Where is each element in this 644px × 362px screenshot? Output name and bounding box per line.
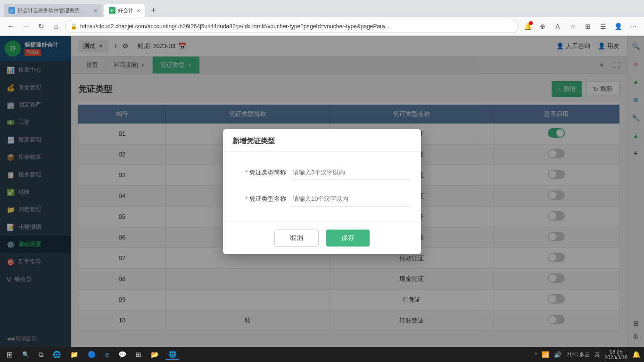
name-input[interactable]	[291, 191, 410, 206]
nav-forward[interactable]: →	[20, 20, 32, 33]
dialog-header: 新增凭证类型	[223, 129, 421, 152]
taskview-btn[interactable]: ⧉	[36, 350, 46, 360]
browser-tab-2[interactable]: 好 好会计 ×	[104, 4, 145, 17]
tab1-favicon: 云	[8, 7, 15, 14]
nav-back[interactable]: ←	[5, 20, 17, 33]
taskbar-chrome[interactable]: 🔵	[85, 350, 99, 359]
search-taskbar[interactable]: 🔍	[19, 350, 32, 359]
new-tab-button[interactable]: +	[147, 4, 160, 17]
taskbar-edge[interactable]: e	[102, 350, 112, 359]
taskbar-ie[interactable]: 🌐	[50, 350, 64, 359]
browser-action-btn-3[interactable]: A	[552, 20, 564, 33]
dialog-overlay: 新增凭证类型 * 凭证类型简称 * 凭证类型名称 取消 保存	[0, 36, 644, 347]
taskbar-weather: 21°C 多云	[566, 351, 590, 358]
cancel-button[interactable]: 取消	[274, 230, 319, 247]
taskbar: ⊞ 🔍 ⧉ 🌐 📁 🔵 e 💬 ⊞ 📂 🌐 ^ 📶 🔊 21°C 多云 英 18…	[0, 347, 644, 362]
taskbar-folder[interactable]: 📂	[148, 350, 162, 359]
abbr-input[interactable]	[291, 165, 410, 180]
taskbar-lang: 英	[594, 351, 600, 358]
dialog-footer: 取消 保存	[223, 222, 421, 254]
tab2-close[interactable]: ×	[137, 7, 140, 14]
browser-action-btn-5[interactable]: ⊞	[582, 20, 594, 33]
taskbar-app1[interactable]: ⊞	[133, 350, 144, 359]
taskbar-clock: 18:25 2023/3/18	[604, 349, 627, 360]
dialog-body: * 凭证类型简称 * 凭证类型名称	[223, 152, 421, 222]
start-button[interactable]: ⊞	[4, 349, 16, 360]
taskbar-network: 📶	[542, 351, 549, 358]
browser-tab-1[interactable]: 云 好会计云财务软件管理系统_会计 ×	[4, 4, 102, 17]
form-row-name: * 凭证类型名称	[234, 191, 410, 206]
lock-icon: 🔒	[70, 23, 77, 30]
save-button[interactable]: 保存	[326, 230, 370, 247]
nav-reload[interactable]: ↻	[35, 20, 47, 33]
browser-action-btn-2[interactable]: ⊕	[537, 20, 549, 33]
abbr-label: * 凭证类型简称	[234, 168, 291, 177]
required-mark-2: *	[245, 195, 248, 202]
tab2-favicon: 好	[109, 7, 116, 14]
extension-icon-1[interactable]: 🔔	[521, 20, 534, 33]
taskbar-wechat[interactable]: 💬	[116, 350, 129, 359]
browser-controls: ← → ↻ ⌂ 🔒 https://cloud2.chanjet.com/acc…	[0, 17, 644, 36]
tab1-close[interactable]: ×	[94, 7, 98, 14]
taskbar-time: 18:25	[604, 349, 627, 354]
browser-menu-btn[interactable]: ⋯	[627, 20, 639, 33]
form-row-abbr: * 凭证类型简称	[234, 165, 410, 180]
tab1-title: 好会计云财务软件管理系统_会计	[17, 7, 91, 14]
dialog-title: 新增凭证类型	[232, 137, 275, 145]
required-mark-1: *	[245, 169, 248, 176]
taskbar-notifications[interactable]: 🔔	[632, 351, 640, 358]
address-bar[interactable]: 🔒 https://cloud2.chanjet.com/accounting/…	[65, 20, 519, 33]
tab-bar: 云 好会计云财务软件管理系统_会计 × 好 好会计 × +	[0, 0, 644, 17]
dialog: 新增凭证类型 * 凭证类型简称 * 凭证类型名称 取消 保存	[223, 129, 421, 254]
browser-action-btn-4[interactable]: ☆	[567, 20, 579, 33]
taskbar-browser[interactable]: 🌐	[165, 349, 179, 360]
name-label: * 凭证类型名称	[234, 195, 291, 203]
taskbar-date: 2023/3/18	[604, 354, 627, 360]
taskbar-up-icon[interactable]: ^	[535, 352, 537, 357]
browser-action-btn-7[interactable]: 👤	[612, 20, 624, 33]
tab2-title: 好会计	[118, 7, 133, 14]
taskbar-sound: 🔊	[554, 351, 561, 358]
taskbar-explorer[interactable]: 📁	[67, 350, 81, 359]
browser-action-btn-6[interactable]: ☰	[597, 20, 609, 33]
nav-home[interactable]: ⌂	[50, 20, 62, 33]
url-text: https://cloud2.chanjet.com/accounting/uh…	[80, 23, 390, 30]
